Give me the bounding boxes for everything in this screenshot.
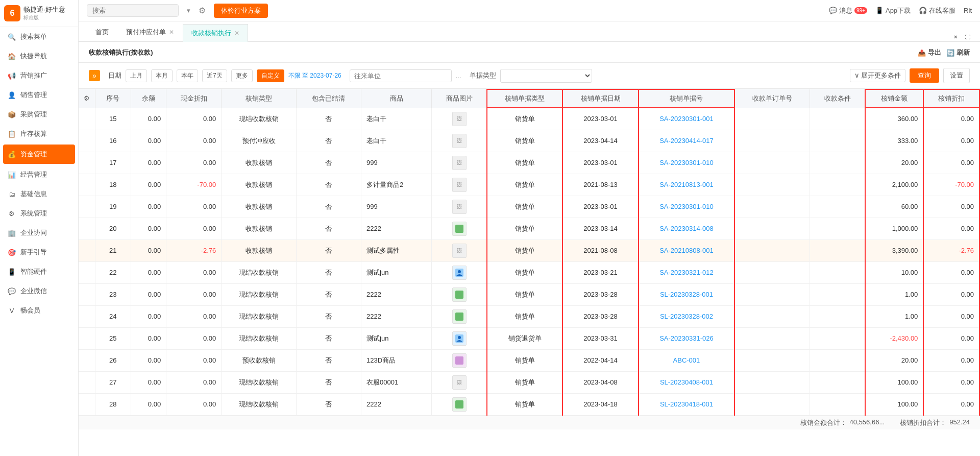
cell-product-img: 🖼	[432, 196, 487, 218]
sidebar-item-hardware[interactable]: 📱 智能硬件	[0, 262, 78, 281]
last-month-btn[interactable]: 上月	[126, 69, 147, 82]
user-name[interactable]: Rit	[964, 7, 972, 14]
sidebar-item-search[interactable]: 🔍 搜索菜单	[0, 27, 78, 46]
sidebar-item-member[interactable]: V 畅会员	[0, 301, 78, 320]
sidebar-item-business[interactable]: 📊 经营管理	[0, 165, 78, 184]
tab-prepay[interactable]: 预付冲应付单 ✕	[117, 23, 183, 41]
cell-receipt-condition	[810, 305, 866, 327]
notification-btn[interactable]: 💬 消息 99+	[829, 6, 867, 15]
custom-date-btn[interactable]: 自定义	[257, 69, 284, 82]
query-btn[interactable]: 查询	[910, 68, 939, 83]
cell-no: 24	[95, 305, 131, 327]
window-maximize-btn[interactable]: ⛶	[964, 33, 972, 41]
page-content: 收款核销执行(按收款) 📤 导出 🔄 刷新 » 日期 上月	[79, 42, 980, 456]
cell-receipt-condition	[810, 371, 866, 393]
col-settings[interactable]: ⚙	[79, 89, 95, 108]
cell-bill-no[interactable]: SL-20230408-001	[639, 371, 735, 393]
cell-bill-no[interactable]: SL-20230328-002	[639, 305, 735, 327]
cell-product: 999	[361, 196, 432, 218]
col-settled: 包含已结清	[296, 89, 361, 108]
sidebar-label-member: 畅会员	[20, 306, 40, 315]
sidebar-item-sales[interactable]: 👤 销售管理	[0, 85, 78, 105]
this-month-btn[interactable]: 本月	[151, 69, 173, 82]
topbar: ▾ ⚙ 体验行业方案 💬 消息 99+ 📱 App下载 🎧 在线客服 Rit	[79, 0, 980, 21]
cell-discount: 0.00	[923, 130, 979, 152]
cell-amount: 60.00	[865, 196, 923, 218]
industry-plan-btn[interactable]: 体验行业方案	[214, 4, 268, 18]
cell-receipt-order	[734, 130, 810, 152]
this-year-btn[interactable]: 本年	[177, 69, 198, 82]
table-row: 27 0.00 0.00 现结收款核销 否 衣服00001 🖼 销货单 2023…	[79, 371, 979, 393]
col-amount: 核销金额	[865, 89, 923, 108]
bill-type-select[interactable]	[500, 69, 592, 83]
tab-receipt-writeoff[interactable]: 收款核销执行 ✕	[183, 24, 248, 42]
cell-balance: 0.00	[131, 261, 166, 283]
expand-conditions-btn[interactable]: ∨ 展开更多条件	[850, 69, 905, 82]
online-service-btn[interactable]: 🎧 在线客服	[919, 6, 955, 15]
table-area: ⚙ 序号 余额 现金折扣 核销类型 包含已结清 商品 商品图片 核销单据类型 核…	[79, 89, 980, 456]
last-7days-btn[interactable]: 近7天	[202, 69, 227, 82]
inventory-icon: 📋	[7, 129, 16, 138]
cell-amount: 100.00	[865, 371, 923, 393]
cell-bill-date: 2023-03-28	[562, 305, 638, 327]
svg-rect-3	[455, 291, 463, 299]
enterprise-icon: 🏢	[7, 228, 16, 237]
sidebar-item-base-info[interactable]: 🗂 基础信息	[0, 184, 78, 204]
cell-bill-no[interactable]: SA-20230321-012	[639, 261, 735, 283]
cell-type: 收款核销	[222, 196, 297, 218]
export-btn[interactable]: 📤 导出	[918, 48, 941, 57]
sidebar-label-sales: 销售管理	[20, 90, 47, 100]
discount-total-label: 核销折扣合计：	[900, 418, 946, 427]
cell-bill-no[interactable]: SL-20230328-001	[639, 283, 735, 305]
table-row: 16 0.00 0.00 预付冲应收 否 老白干 🖼 销货单 2023-04-1…	[79, 130, 979, 152]
sidebar-item-guide[interactable]: 🎯 新手引导	[0, 243, 78, 262]
refresh-btn[interactable]: 🔄 刷新	[946, 48, 970, 57]
sidebar-item-quick-nav[interactable]: 🏠 快捷导航	[0, 46, 78, 66]
topbar-dropdown-arrow[interactable]: ▾	[187, 7, 190, 14]
cell-cash-discount: 0.00	[166, 371, 222, 393]
cell-bill-no[interactable]: SA-20210813-001	[639, 174, 735, 196]
filter-toggle-btn[interactable]: »	[89, 70, 100, 81]
counterpart-dots[interactable]: ...	[456, 72, 461, 80]
window-close-btn[interactable]: ✕	[951, 33, 960, 41]
sidebar-item-system[interactable]: ⚙ 系统管理	[0, 204, 78, 223]
sidebar-item-wechat[interactable]: 💬 企业微信	[0, 281, 78, 301]
expand-icon: ∨	[854, 71, 860, 79]
cell-receipt-order	[734, 261, 810, 283]
tab-receipt-writeoff-close[interactable]: ✕	[234, 30, 239, 37]
sidebar-item-enterprise[interactable]: 🏢 企业协同	[0, 223, 78, 243]
sidebar-label-finance: 资金管理	[20, 150, 47, 159]
topbar-gear-icon[interactable]: ⚙	[199, 6, 206, 15]
settings-btn[interactable]: 设置	[943, 68, 970, 83]
cell-bill-no[interactable]: SL-20230418-001	[639, 393, 735, 415]
cell-bill-no[interactable]: ABC-001	[639, 349, 735, 371]
svg-rect-4	[455, 313, 463, 321]
cell-no: 22	[95, 261, 131, 283]
tab-home[interactable]: 首页	[87, 23, 117, 41]
app-download-btn[interactable]: 📱 App下载	[875, 6, 911, 15]
sidebar-item-purchase[interactable]: 📦 采购管理	[0, 105, 78, 124]
cell-bill-no[interactable]: SA-20210808-001	[639, 239, 735, 261]
cell-bill-no[interactable]: SA-20230301-010	[639, 196, 735, 218]
tab-prepay-close[interactable]: ✕	[169, 29, 174, 36]
cell-bill-no[interactable]: SA-20230301-001	[639, 108, 735, 130]
sidebar-item-inventory[interactable]: 📋 库存核算	[0, 124, 78, 143]
col-cash-discount: 现金折扣	[166, 89, 222, 108]
cell-settings	[79, 239, 95, 261]
cell-bill-no[interactable]: SA-20230314-008	[639, 218, 735, 239]
sidebar-item-finance[interactable]: 💰 资金管理	[3, 145, 75, 164]
cell-bill-no[interactable]: SA-20230301-010	[639, 152, 735, 174]
cell-bill-no[interactable]: SA-20230414-017	[639, 130, 735, 152]
search-icon: 🔍	[7, 32, 16, 41]
top-search-input[interactable]	[87, 4, 179, 17]
sidebar-item-marketing[interactable]: 📢 营销推广	[0, 66, 78, 85]
cell-amount: 20.00	[865, 349, 923, 371]
cell-settled: 否	[296, 261, 361, 283]
cell-bill-no[interactable]: SA-20230331-026	[639, 327, 735, 349]
cell-bill-date: 2023-04-08	[562, 371, 638, 393]
sidebar-label-guide: 新手引导	[20, 248, 47, 257]
cell-bill-type: 销货单	[487, 349, 562, 371]
cell-settings	[79, 196, 95, 218]
counterpart-input[interactable]	[350, 69, 452, 82]
more-date-btn[interactable]: 更多	[231, 69, 253, 82]
